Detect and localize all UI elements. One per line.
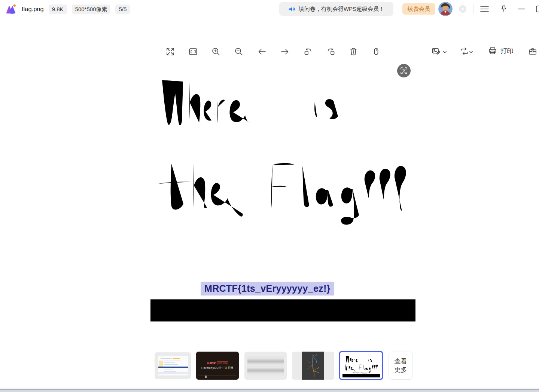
zoom-in-icon[interactable]: [211, 47, 221, 56]
app-window: flag.png 9.8K 500*500像素 5/5 填问卷，有机会得WPS超…: [0, 0, 539, 392]
thumbnail-4-dark-mindmap[interactable]: [292, 352, 334, 380]
edit-image-chevron-icon[interactable]: [443, 50, 447, 54]
titlebar-divider: [473, 4, 473, 13]
fullscreen-icon[interactable]: [165, 47, 175, 56]
hdc-logo: HDC: [207, 361, 216, 365]
zoom-out-icon[interactable]: [234, 47, 244, 56]
maximize-icon[interactable]: [536, 6, 539, 12]
user-avatar[interactable]: [438, 2, 453, 16]
rotate-right-icon[interactable]: [326, 47, 336, 56]
diamond-badge-icon[interactable]: [457, 4, 468, 14]
file-size-badge: 9.8K: [49, 4, 67, 14]
dimensions-badge: 500*500像素: [72, 4, 111, 14]
promo-text: 填问卷，有机会得WPS超级会员！: [299, 6, 384, 13]
promo-banner[interactable]: 填问卷，有机会得WPS超级会员！: [279, 2, 393, 16]
speaker-icon: [288, 6, 295, 13]
hdc-badge: HDC 2024: [217, 361, 228, 365]
renew-membership-button[interactable]: 续费会员: [402, 3, 435, 15]
next-image-icon[interactable]: [280, 47, 290, 56]
thumb-flag-caption: MRCTF{1ts_vEryyyyyy_ez!}: [348, 372, 374, 374]
view-more-button[interactable]: 查看更多: [389, 352, 413, 380]
viewer-toolbar: 打印: [0, 21, 539, 40]
minimize-icon[interactable]: [518, 9, 525, 9]
mouse-guide-icon[interactable]: [371, 47, 381, 56]
fit-window-icon[interactable]: [188, 47, 198, 56]
flag-selected-text[interactable]: MRCTF{1ts_vEryyyyyy_ez!}: [201, 282, 334, 295]
bottom-window-edge: [0, 389, 539, 392]
format-convert-chevron-icon[interactable]: [469, 50, 473, 54]
prev-image-icon[interactable]: [257, 47, 267, 56]
handwriting-where-is: [159, 76, 343, 134]
thumbnail-1-window-screenshot[interactable]: [155, 352, 191, 379]
wps-pic-logo-icon: [5, 3, 17, 15]
file-name: flag.png: [22, 6, 44, 13]
thumb-handwriting-line1: [345, 355, 373, 364]
print-icon: [488, 46, 497, 56]
thumb-handwriting-line2: [344, 364, 378, 373]
handwriting-the-flag: [156, 159, 408, 227]
print-label: 打印: [500, 46, 514, 55]
translate-icon[interactable]: 文: [397, 64, 411, 77]
thumbnail-5-current-selected[interactable]: MRCTF{1ts_vEryyyyyy_ez!}: [339, 351, 383, 380]
thumbnail-3-text-document[interactable]: [244, 352, 287, 380]
pin-icon[interactable]: [499, 4, 508, 13]
harmonyos-title: HarmonyOS学生公开课: [201, 366, 234, 370]
translate-glyph: 文: [402, 68, 406, 73]
menu-icon[interactable]: [480, 6, 489, 12]
delete-icon[interactable]: [348, 47, 358, 56]
rotate-left-icon[interactable]: [303, 47, 313, 56]
redacted-black-bar: [150, 299, 415, 322]
file-info-group: flag.png 9.8K 500*500像素 5/5: [5, 0, 130, 18]
title-bar: flag.png 9.8K 500*500像素 5/5 填问卷，有机会得WPS超…: [0, 0, 539, 18]
page-indicator-badge: 5/5: [115, 4, 130, 14]
toolbox-icon[interactable]: [528, 47, 538, 56]
thumbnail-2-harmonyos-slide[interactable]: HDC HDC 2024 HarmonyOS学生公开课: [196, 352, 239, 380]
format-convert-icon[interactable]: [460, 47, 469, 56]
print-button[interactable]: 打印: [488, 46, 514, 56]
edit-image-icon[interactable]: [432, 47, 441, 56]
thumb-black-bar: [342, 374, 380, 377]
view-more-label: 查看更多: [394, 357, 408, 374]
